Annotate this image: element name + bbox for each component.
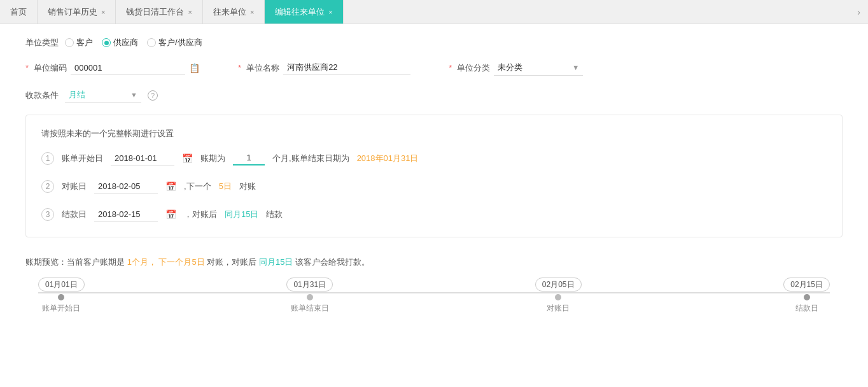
unit-name-input[interactable] bbox=[283, 61, 410, 75]
code-name-class-row: * 单位编码 📋 * 单位名称 * 单位分类 未分类 ▼ bbox=[25, 60, 843, 76]
row1-label: 账单开始日 bbox=[62, 153, 103, 164]
reconcile-date-calendar-icon[interactable]: 📅 bbox=[165, 181, 176, 192]
payment-row: 收款条件 月结 ▼ ? bbox=[25, 87, 843, 103]
preview-part2: 下一个月5日 bbox=[158, 257, 204, 267]
row1-end-date-highlight: 2018年01月31日 bbox=[357, 153, 419, 164]
settings-row-1: 1 账单开始日 📅 账期为 个月,账单结束日期为 2018年01月31日 bbox=[41, 151, 827, 165]
unit-class-chevron: ▼ bbox=[572, 64, 579, 71]
timeline-dot-4 bbox=[804, 294, 810, 300]
unit-class-group: * 单位分类 未分类 ▼ bbox=[449, 60, 583, 76]
settings-box-title: 请按照未来的一个完整帐期进行设置 bbox=[41, 128, 827, 139]
tab-partner-close[interactable]: × bbox=[250, 8, 254, 16]
main-content: 单位类型 客户 供应商 客户/供应商 * 单位编码 📋 * 单位名称 bbox=[0, 24, 868, 387]
unit-code-star: * bbox=[25, 63, 29, 73]
unit-type-radio-group: 客户 供应商 客户/供应商 bbox=[65, 37, 202, 48]
tab-home-label: 首页 bbox=[10, 6, 27, 18]
preview-part3: 对账，对账后 bbox=[207, 257, 256, 267]
timeline-sublabel-4: 结款日 bbox=[795, 303, 818, 314]
payment-label: 收款条件 bbox=[25, 90, 59, 101]
preview-part1: 1个月， bbox=[127, 257, 157, 267]
timeline-dot-1 bbox=[58, 294, 64, 300]
timeline-sublabel-2: 账单结束日 bbox=[291, 303, 329, 314]
unit-class-value: 未分类 bbox=[498, 62, 570, 73]
timeline-badge-1: 01月01日 bbox=[38, 279, 85, 290]
radio-both[interactable]: 客户/供应商 bbox=[147, 37, 202, 48]
row2-highlight: 5日 bbox=[219, 181, 232, 192]
unit-type-label: 单位类型 bbox=[25, 37, 59, 48]
row2-prefix: ,下一个 bbox=[184, 181, 211, 192]
tab-cash-work-label: 钱货日清工作台 bbox=[126, 6, 184, 18]
row3-highlight: 同月15日 bbox=[225, 209, 258, 220]
radio-supplier[interactable]: 供应商 bbox=[102, 37, 138, 48]
timeline-point-2: 01月31日 账单结束日 bbox=[286, 279, 333, 314]
radio-customer[interactable]: 客户 bbox=[65, 37, 93, 48]
radio-both-label: 客户/供应商 bbox=[158, 37, 202, 48]
tab-sales-history-close[interactable]: × bbox=[101, 8, 105, 16]
period-input[interactable] bbox=[233, 151, 265, 165]
timeline-badge-4: 02月15日 bbox=[783, 279, 830, 290]
tab-cash-work[interactable]: 钱货日清工作台 × bbox=[116, 0, 202, 24]
tab-sales-history[interactable]: 销售订单历史 × bbox=[38, 0, 116, 24]
row-num-2: 2 bbox=[41, 180, 54, 193]
reconcile-date-input[interactable] bbox=[94, 179, 158, 194]
timeline-sublabel-1: 账单开始日 bbox=[42, 303, 80, 314]
radio-both-circle bbox=[147, 38, 156, 47]
row2-suffix: 对账 bbox=[239, 181, 256, 192]
payment-date-calendar-icon[interactable]: 📅 bbox=[165, 209, 176, 220]
payment-help-icon[interactable]: ? bbox=[148, 90, 158, 101]
radio-supplier-label: 供应商 bbox=[113, 37, 138, 48]
timeline-sublabel-3: 对账日 bbox=[547, 303, 570, 314]
tab-home[interactable]: 首页 bbox=[0, 0, 38, 24]
preview-part4: 同月15日 bbox=[259, 257, 293, 267]
unit-name-label: 单位名称 bbox=[246, 62, 279, 74]
payment-date-input[interactable] bbox=[94, 208, 158, 222]
preview-row: 账期预览：当前客户账期是 1个月， 下一个月5日 对账，对账后 同月15日 该客… bbox=[25, 249, 843, 279]
unit-class-select[interactable]: 未分类 ▼ bbox=[494, 60, 583, 76]
radio-customer-label: 客户 bbox=[76, 37, 93, 48]
row3-label: 结款日 bbox=[62, 209, 87, 220]
settings-box: 请按照未来的一个完整帐期进行设置 1 账单开始日 📅 账期为 个月,账单结束日期… bbox=[25, 115, 843, 237]
unit-code-input[interactable] bbox=[71, 61, 185, 75]
tab-edit-partner-close[interactable]: × bbox=[328, 8, 332, 16]
row1-suffix-after: 个月,账单结束日期为 bbox=[272, 153, 349, 164]
tab-cash-work-close[interactable]: × bbox=[188, 8, 192, 16]
timeline-wrapper: 01月01日 账单开始日 01月31日 账单结束日 02月05日 对账日 bbox=[25, 279, 843, 314]
tab-partner-label: 往来单位 bbox=[213, 6, 246, 18]
unit-code-label: 单位编码 bbox=[34, 62, 67, 74]
settings-row-3: 3 结款日 📅 ，对账后 同月15日 结款 bbox=[41, 208, 827, 222]
row-num-1: 1 bbox=[41, 152, 54, 165]
timeline-dot-2 bbox=[307, 294, 313, 300]
payment-select[interactable]: 月结 ▼ bbox=[65, 87, 141, 103]
timeline-badge-3: 02月05日 bbox=[535, 279, 582, 290]
timeline-points: 01月01日 账单开始日 01月31日 账单结束日 02月05日 对账日 bbox=[38, 279, 830, 314]
row3-prefix: ，对账后 bbox=[184, 209, 217, 220]
unit-class-star: * bbox=[449, 63, 452, 73]
timeline-point-3: 02月05日 对账日 bbox=[535, 279, 582, 314]
preview-label: 账期预览：当前客户账期是 bbox=[25, 257, 125, 267]
start-date-input[interactable] bbox=[111, 151, 174, 165]
unit-class-label: 单位分类 bbox=[457, 62, 490, 74]
row2-label: 对账日 bbox=[62, 181, 87, 192]
unit-code-copy-icon[interactable]: 📋 bbox=[189, 63, 200, 73]
tabs-scroll-arrow[interactable]: › bbox=[850, 7, 868, 17]
timeline-badge-2: 01月31日 bbox=[286, 279, 333, 290]
row3-suffix: 结款 bbox=[266, 209, 283, 220]
tab-partner[interactable]: 往来单位 × bbox=[203, 0, 265, 24]
timeline-point-1: 01月01日 账单开始日 bbox=[38, 279, 85, 314]
preview-part5: 该客户会给我打款。 bbox=[295, 257, 370, 267]
payment-chevron: ▼ bbox=[130, 91, 137, 99]
row1-suffix-before: 账期为 bbox=[200, 153, 225, 164]
settings-row-2: 2 对账日 📅 ,下一个 5日 对账 bbox=[41, 179, 827, 194]
radio-customer-circle bbox=[65, 38, 74, 47]
start-date-calendar-icon[interactable]: 📅 bbox=[182, 153, 193, 164]
radio-supplier-circle bbox=[102, 38, 111, 47]
tab-sales-history-label: 销售订单历史 bbox=[48, 6, 97, 18]
payment-value: 月结 bbox=[69, 89, 128, 101]
unit-code-group: * 单位编码 📋 bbox=[25, 61, 200, 75]
unit-name-group: * 单位名称 bbox=[238, 61, 410, 75]
timeline-point-4: 02月15日 结款日 bbox=[783, 279, 830, 314]
tab-edit-partner[interactable]: 编辑往来单位 × bbox=[265, 0, 343, 24]
tab-edit-partner-label: 编辑往来单位 bbox=[275, 6, 325, 18]
timeline-dot-3 bbox=[555, 294, 561, 300]
unit-name-star: * bbox=[238, 63, 241, 73]
